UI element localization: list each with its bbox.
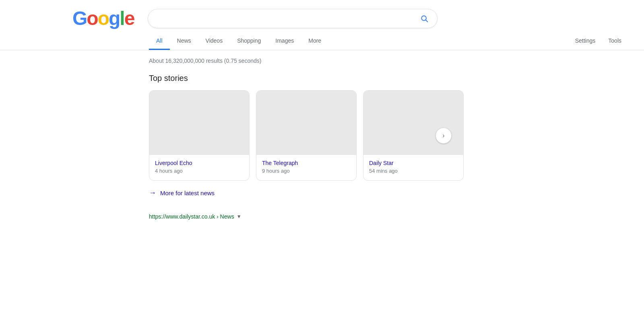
tab-all[interactable]: All	[149, 33, 170, 50]
more-link-label: More for latest news	[160, 190, 215, 196]
search-bar[interactable]: latest news	[148, 9, 438, 28]
logo-g: G	[72, 7, 87, 29]
story-source-3: Daily Star	[369, 160, 458, 166]
logo-e: e	[124, 7, 134, 29]
story-time-1: 4 hours ago	[155, 168, 244, 174]
tab-videos[interactable]: Videos	[198, 33, 230, 50]
story-card-body-2: The Telegraph 9 hours ago	[256, 155, 356, 180]
next-arrow-button[interactable]: ›	[436, 128, 452, 144]
story-card-body-3: Daily Star 54 mins ago	[363, 155, 463, 180]
header: Google latest news	[0, 0, 644, 29]
story-card-2[interactable]: The Telegraph 9 hours ago	[256, 90, 357, 181]
results-info: About 16,320,000,000 results (0.75 secon…	[149, 58, 443, 64]
logo-o2: o	[98, 7, 109, 29]
chevron-right-icon: ›	[442, 132, 444, 139]
google-logo[interactable]: Google	[72, 7, 134, 29]
story-source-2: The Telegraph	[262, 160, 351, 166]
story-time-2: 9 hours ago	[262, 168, 351, 174]
story-card-1[interactable]: Liverpool Echo 4 hours ago	[149, 90, 250, 181]
url-link[interactable]: https://www.dailystar.co.uk › News ▼	[149, 213, 443, 220]
logo-g2: g	[109, 7, 120, 29]
story-card-image-1	[149, 91, 249, 155]
story-cards-container: Liverpool Echo 4 hours ago The Telegraph…	[149, 90, 443, 181]
tab-shopping[interactable]: Shopping	[230, 33, 268, 50]
dropdown-arrow-icon[interactable]: ▼	[237, 214, 242, 219]
search-input[interactable]: latest news	[155, 14, 419, 23]
more-for-latest-news-link[interactable]: → More for latest news	[149, 189, 443, 197]
nav-right: Settings Tools	[569, 33, 644, 50]
story-time-3: 54 mins ago	[369, 168, 458, 174]
tab-more[interactable]: More	[301, 33, 328, 50]
main-content: About 16,320,000,000 results (0.75 secon…	[0, 50, 443, 220]
search-button[interactable]	[419, 13, 430, 24]
search-icon	[420, 14, 428, 23]
arrow-right-icon: →	[149, 189, 156, 197]
story-card-image-2	[256, 91, 356, 155]
story-card-body-1: Liverpool Echo 4 hours ago	[149, 155, 249, 180]
tab-tools[interactable]: Tools	[602, 33, 628, 50]
tab-images[interactable]: Images	[268, 33, 301, 50]
logo-l: l	[120, 7, 124, 29]
logo-o1: o	[87, 7, 97, 29]
tab-settings[interactable]: Settings	[569, 33, 602, 50]
top-stories-title: Top stories	[149, 74, 443, 83]
url-text: https://www.dailystar.co.uk › News	[149, 213, 234, 220]
tab-news[interactable]: News	[170, 33, 198, 50]
story-source-1: Liverpool Echo	[155, 160, 244, 166]
svg-line-1	[426, 20, 428, 22]
nav-tabs: All News Videos Shopping Images More Set…	[0, 33, 644, 50]
url-result: https://www.dailystar.co.uk › News ▼	[149, 213, 443, 220]
story-card-image-3	[363, 91, 463, 155]
